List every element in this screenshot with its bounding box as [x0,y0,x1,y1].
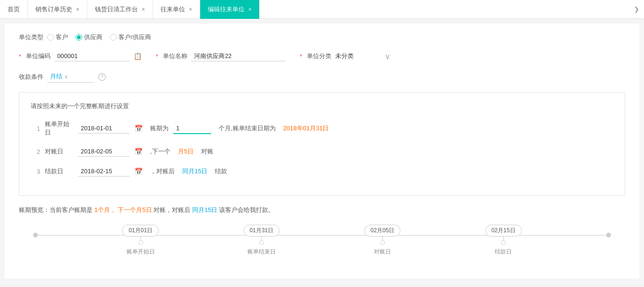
unit-type-label: 单位类型 [19,33,43,42]
box-instruction: 请按照未来的一个完整帐期进行设置 [31,102,613,110]
node-3-date-box: 02月05日 [364,225,401,236]
period-suffix: 个月,账单结束日期为 [219,124,276,133]
node-1-circle [138,240,143,245]
left-end-dot [33,233,38,237]
radio-supplier-dot [77,35,81,39]
tab-cashflow-close[interactable]: × [142,6,145,13]
unit-type-group: 单位类型 客户 供应商 客户/供应商 [19,33,151,42]
row-num-3: 3 [31,168,40,175]
code-name-category-row: * 单位编码 📋 * 单位名称 * 单位分类 未分类 ∨ [19,51,625,61]
reconcile-date-cal-icon[interactable]: 📅 [135,148,143,155]
unit-name-label: 单位名称 [163,52,187,60]
tab-sales-history-label: 销售订单历史 [35,5,72,14]
period-end-date: 2018年01月31日 [283,124,329,133]
tab-home-label: 首页 [8,5,20,14]
payment-suffix: 结款 [215,167,227,176]
preview-part3: 同月15日 [192,206,217,213]
node-2-label: 账单结束日 [247,248,276,256]
unit-code-icon[interactable]: 📋 [134,52,142,60]
radio-both[interactable]: 客户/供应商 [110,33,151,42]
preview-part1: 1个月， [94,206,116,213]
tab-cashflow[interactable]: 钱货日清工作台 × [87,0,153,19]
unit-code-input[interactable] [54,51,130,61]
row-label-3: 结款日 [45,167,73,176]
payment-terms-value: 月结 [50,72,62,81]
timeline-node-3: 02月05日 对账日 [364,225,401,256]
required-star-code: * [19,53,21,60]
payment-date-cal-icon[interactable]: 📅 [135,168,143,175]
preview-section: 账期预览：当前客户账期是 1个月， 下一个月5日 对账，对账后 同月15日 该客… [19,205,625,215]
unit-category-label: 单位分类 [307,52,331,60]
help-icon[interactable]: ? [98,73,106,81]
reconcile-prefix: ,下一个 [150,147,170,156]
reconcile-suffix: 对账 [201,147,213,156]
radio-both-circle [110,34,117,41]
radio-supplier[interactable]: 供应商 [76,33,102,42]
timeline-node-1: 01月01日 账单开始日 [122,225,159,256]
preview-part2: 下一个月5日 [118,206,152,213]
timeline-node-4: 02月15日 结款日 [485,225,522,256]
node-1-label: 账单开始日 [127,248,155,256]
payment-terms-label: 收款条件 [19,73,43,81]
start-date-input[interactable] [78,123,130,134]
start-date-cal-icon[interactable]: 📅 [135,125,143,132]
node-4-circle [501,240,506,245]
radio-supplier-circle [76,34,82,41]
tab-bar: 首页 销售订单历史 × 钱货日清工作台 × 往来单位 × 编辑往来单位 × ❯ [0,0,644,19]
required-star-name: * [156,53,158,60]
unit-category-group: * 单位分类 未分类 ∨ [300,52,420,61]
tab-partner-label: 往来单位 [161,5,185,14]
required-star-category: * [300,53,302,60]
node-3-stem [382,236,383,240]
radio-customer[interactable]: 客户 [47,33,68,42]
tab-cashflow-label: 钱货日清工作台 [95,5,138,14]
preview-suffix: 该客户会给我打款。 [219,206,274,213]
account-row-2: 2 对账日 📅 ,下一个 月5日 对账 [31,146,613,157]
payment-terms-chevron-icon: ∨ [64,74,68,80]
radio-customer-label: 客户 [56,33,68,42]
tab-edit-partner[interactable]: 编辑往来单位 × [200,0,260,19]
node-3-label: 对账日 [374,248,391,256]
timeline-right-dot [606,225,611,237]
timeline-nodes: 01月01日 账单开始日 01月31日 账单结束日 02月05日 对账日 [33,225,611,256]
payment-terms-select[interactable]: 月结 ∨ [47,71,94,83]
unit-type-row: 单位类型 客户 供应商 客户/供应商 [19,33,625,42]
account-row-1: 1 账单开始日 📅 账期为 个月,账单结束日期为 2018年01月31日 [31,120,613,137]
timeline-section: 01月01日 账单开始日 01月31日 账单结束日 02月05日 对账日 [19,225,625,256]
node-1-stem [140,236,141,240]
right-end-dot [606,233,611,237]
tab-sales-history[interactable]: 销售订单历史 × [28,0,87,19]
payment-date-input[interactable] [78,166,130,177]
period-prefix: 账期为 [150,124,169,133]
node-2-stem [261,236,262,240]
tab-partner-close[interactable]: × [189,6,192,13]
unit-category-select[interactable]: 未分类 ∨ [335,52,420,61]
payment-terms-row: 收款条件 月结 ∨ ? [19,71,625,83]
account-row-3: 3 结款日 📅 ，对账后 同月15日 结款 [31,166,613,177]
unit-name-input[interactable] [191,51,286,61]
main-content: 单位类型 客户 供应商 客户/供应商 [5,24,639,279]
tab-edit-partner-close[interactable]: × [248,6,252,13]
row-num-1: 1 [31,125,40,132]
preview-mid: 对账，对账后 [153,206,190,213]
radio-group: 客户 供应商 客户/供应商 [47,33,151,42]
radio-customer-circle [47,34,54,41]
payment-prefix: ，对账后 [150,167,175,176]
node-1-date-box: 01月01日 [122,225,159,236]
timeline-left-dot [33,225,38,237]
unit-category-value: 未分类 [335,52,354,60]
tab-partner[interactable]: 往来单位 × [153,0,200,19]
node-4-date-box: 02月15日 [485,225,522,236]
tab-expand-button[interactable]: ❯ [629,0,644,18]
unit-name-group: * 单位名称 [156,51,286,61]
account-period-box: 请按照未来的一个完整帐期进行设置 1 账单开始日 📅 账期为 个月,账单结束日期… [19,92,625,196]
payment-highlight: 同月15日 [182,167,207,176]
tab-sales-history-close[interactable]: × [76,6,79,13]
tab-home[interactable]: 首页 [0,0,28,19]
reconcile-date-input[interactable] [78,146,130,157]
row-num-2: 2 [31,148,40,155]
radio-supplier-label: 供应商 [84,33,102,42]
period-input[interactable] [173,123,211,134]
radio-both-label: 客户/供应商 [119,33,151,42]
unit-code-group: * 单位编码 📋 [19,51,142,61]
